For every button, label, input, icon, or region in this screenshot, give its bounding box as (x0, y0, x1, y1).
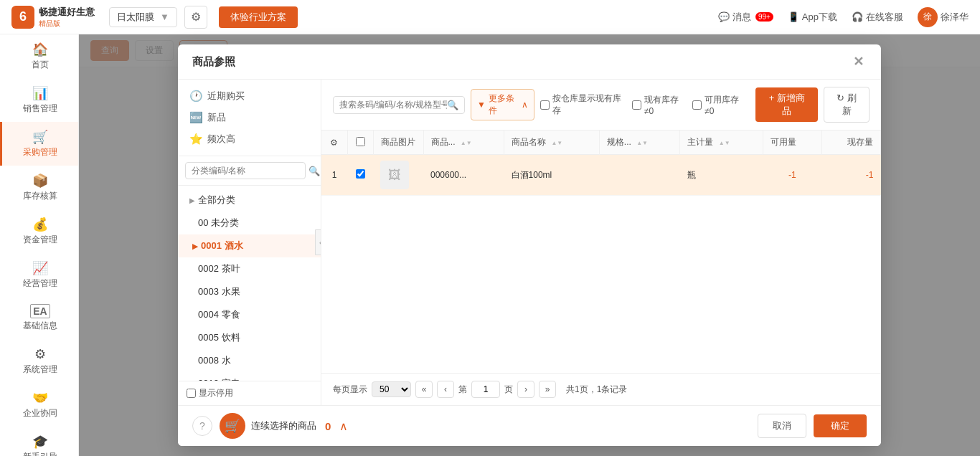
cat-item-drink[interactable]: 0005 饮料 (178, 326, 321, 349)
sidebar-item-inventory[interactable]: 📦 库存核算 (0, 166, 78, 209)
category-search-input[interactable] (185, 162, 306, 179)
cat-item-uncategorized[interactable]: 00 未分类 (178, 212, 321, 234)
next-page-button[interactable]: › (517, 381, 534, 398)
sales-icon: 📊 (32, 85, 48, 101)
cart-icon[interactable]: 🛒 (220, 413, 245, 439)
help-button[interactable]: ? (192, 416, 212, 436)
select-all-checkbox[interactable] (356, 137, 365, 146)
prev-page-button[interactable]: ‹ (437, 381, 454, 398)
enterprise-icon: 🤝 (32, 390, 48, 406)
sidebar-item-operation[interactable]: 📈 经营管理 (0, 253, 78, 297)
show-disabled-label[interactable]: 显示停用 (187, 387, 233, 399)
sort-icon-unit: ▲▼ (719, 140, 730, 146)
basic-icon: EA (30, 304, 50, 318)
refresh-button[interactable]: ↻ 刷新 (824, 87, 870, 123)
warehouse-stock-checkbox[interactable] (540, 100, 550, 110)
active-triangle-icon: ▶ (192, 242, 198, 250)
nonzero-available-checkbox[interactable] (692, 100, 702, 110)
sidebar-item-sales[interactable]: 📊 销售管理 (0, 78, 78, 122)
sidebar-item-home[interactable]: 🏠 首页 (0, 34, 78, 78)
sort-icon-code: ▲▼ (461, 140, 472, 146)
store-selector[interactable]: 日太阳膜 ▼ (109, 7, 177, 27)
cat-item-all[interactable]: ▶ 全部分类 (178, 189, 321, 212)
filter-icon: ▼ (477, 100, 486, 110)
checkbox-warehouse-stock[interactable]: 按仓库显示现有库存 (540, 92, 623, 117)
product-table-wrap: ⚙ 商品图片 商品... (321, 130, 881, 373)
last-page-button[interactable]: » (539, 381, 556, 398)
th-checkbox (347, 130, 373, 155)
td-unit: 瓶 (680, 155, 763, 196)
th-product-code[interactable]: 商品... ▲▼ (423, 130, 504, 155)
logo-icon: 6 (11, 6, 34, 29)
quick-link-new[interactable]: 🆕 新品 (178, 107, 321, 128)
checkbox-nonzero-available[interactable]: 可用库存≠0 (692, 94, 744, 116)
table-row[interactable]: 1 🖼 00 (321, 155, 881, 196)
th-product-image: 商品图片 (373, 130, 423, 155)
nav-messages[interactable]: 💬 消息 99+ (718, 11, 773, 24)
category-panel: 🕐 近期购买 🆕 新品 ⭐ 频次高 (178, 80, 321, 405)
product-table: ⚙ 商品图片 商品... (321, 130, 881, 196)
checkbox-nonzero-stock[interactable]: 现有库存≠0 (632, 94, 684, 116)
triangle-icon: ▶ (189, 196, 195, 204)
category-search-icon[interactable]: 🔍 (308, 166, 320, 176)
logo-text: 畅捷通好生意 精品版 (39, 6, 95, 29)
star-icon: ⭐ (189, 133, 203, 146)
cat-item-fruit[interactable]: 0003 水果 (178, 280, 321, 303)
table-body: 1 🖼 00 (321, 155, 881, 196)
collapse-panel-button[interactable]: « (315, 229, 321, 255)
quick-link-frequent[interactable]: ⭐ 频次高 (178, 128, 321, 150)
quick-link-recent[interactable]: 🕐 近期购买 (178, 85, 321, 107)
sidebar-item-basic[interactable]: EA 基础信息 (0, 297, 78, 339)
filter-more-button[interactable]: ▼ 更多条件 ∧ (471, 89, 534, 120)
gear-icon: ⚙ (191, 10, 201, 24)
product-search-input[interactable] (339, 100, 447, 110)
nav-user[interactable]: 徐 徐泽华 (918, 7, 969, 27)
inventory-icon: 📦 (32, 173, 48, 189)
avatar: 徐 (918, 7, 938, 27)
cat-item-water[interactable]: 0008 水 (178, 349, 321, 372)
sort-icon-name: ▲▼ (551, 140, 562, 146)
nav-customer-service[interactable]: 🎧 在线客服 (852, 11, 903, 24)
cancel-button[interactable]: 取消 (758, 414, 806, 438)
cat-item-appliance[interactable]: 0010 家电 (178, 372, 321, 381)
sidebar-item-enterprise[interactable]: 🤝 企业协同 (0, 383, 78, 427)
nav-app-download[interactable]: 📱 App下载 (788, 11, 837, 24)
sidebar-item-purchase[interactable]: 🛒 采购管理 (0, 122, 78, 166)
page-number-input[interactable] (471, 381, 500, 398)
sidebar-item-guide[interactable]: 🎓 新手引导 (0, 427, 78, 456)
modal-close-button[interactable]: ✕ (849, 53, 867, 70)
pagination: 每页显示 50 100 200 « ‹ 第 页 › (321, 373, 881, 405)
product-search-wrap: 🔍 (333, 96, 465, 114)
show-disabled-checkbox[interactable] (187, 389, 196, 398)
th-spec[interactable]: 规格... ▲▼ (599, 130, 680, 155)
trial-button[interactable]: 体验行业方案 (219, 6, 298, 28)
td-product-code: 000600... (423, 155, 504, 196)
cat-item-tea[interactable]: 0002 茶叶 (178, 257, 321, 280)
cat-item-snack[interactable]: 0004 零食 (178, 303, 321, 326)
confirm-button[interactable]: 确定 (814, 414, 867, 437)
add-product-button[interactable]: + 新增商品 (755, 87, 818, 122)
th-stock: 现存量 (821, 130, 880, 155)
page-size-select[interactable]: 50 100 200 (372, 381, 411, 397)
phone-icon: 📱 (788, 11, 799, 22)
cart-collapse-icon[interactable]: ∧ (339, 419, 348, 433)
gear-button[interactable]: ⚙ (184, 6, 207, 29)
nonzero-stock-checkbox[interactable] (632, 100, 641, 110)
first-page-button[interactable]: « (415, 381, 433, 398)
category-tree: ▶ 全部分类 00 未分类 ▶ 0001 酒水 0002 茶 (178, 186, 321, 381)
search-icon: 🔍 (447, 100, 458, 110)
category-footer: 显示停用 (178, 381, 321, 405)
th-available: 可用量 (763, 130, 821, 155)
th-product-name[interactable]: 商品名称 ▲▼ (504, 130, 600, 155)
td-product-name: 白酒100ml (504, 155, 600, 196)
logo-area: 6 畅捷通好生意 精品版 (11, 6, 95, 29)
sidebar-item-system[interactable]: ⚙ 系统管理 (0, 339, 78, 383)
th-settings[interactable]: ⚙ (321, 130, 347, 155)
table-header: ⚙ 商品图片 商品... (321, 130, 881, 155)
sidebar: 🏠 首页 📊 销售管理 🛒 采购管理 📦 库存核算 💰 资金管理 📈 经营管理 … (0, 34, 79, 456)
td-checkbox (347, 155, 373, 196)
row-checkbox[interactable] (356, 169, 365, 179)
cat-item-liquor[interactable]: ▶ 0001 酒水 (178, 234, 321, 257)
th-unit[interactable]: 主计量 ▲▼ (680, 130, 763, 155)
sidebar-item-finance[interactable]: 💰 资金管理 (0, 209, 78, 253)
